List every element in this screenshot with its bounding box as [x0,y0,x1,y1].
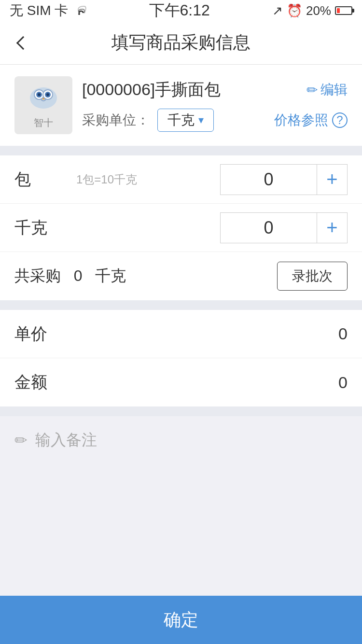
product-name-row: [0000006]手撕面包 ✏ 编辑 [82,79,348,101]
kg-input-row: 千克 + [0,204,362,252]
price-ref-button[interactable]: 价格参照 ? [274,111,348,129]
product-card: 智十 [0000006]手撕面包 ✏ 编辑 采购单位： 千克 ▾ 价格参照 [0,65,362,146]
confirm-button[interactable]: 确定 [0,596,362,644]
back-button[interactable] [0,21,39,65]
unit-dropdown[interactable]: 千克 ▾ [157,109,214,132]
kg-input-controls: + [220,212,348,243]
edit-button[interactable]: ✏ 编辑 [306,81,348,99]
status-right: ↗ ⏰ 20% [272,3,352,18]
kg-label: 千克 [14,217,72,239]
product-logo: 智十 [27,81,60,129]
total-text: 共采购 0 千克 [14,266,126,287]
remarks-section[interactable]: ✏ 输入备注 [0,416,362,464]
status-bar: 无 SIM 卡 下午6:12 ↗ ⏰ 20% [0,0,362,21]
edit-label: 编辑 [320,81,348,99]
wifi-icon [72,3,86,18]
unit-price-label: 单价 [14,323,47,345]
owl-icon [27,81,60,114]
kg-plus-button[interactable]: + [317,212,348,243]
amount-row: 金额 0 [0,358,362,406]
amount-value: 0 [338,373,348,392]
bag-input-row: 包 1包=10千克 + [0,155,362,204]
location-icon: ↗ [272,3,283,18]
pencil-icon: ✏ [14,431,28,449]
product-info: [0000006]手撕面包 ✏ 编辑 采购单位： 千克 ▾ 价格参照 ? [82,79,348,132]
dropdown-arrow-icon: ▾ [198,114,204,126]
remarks-placeholder: 输入备注 [35,430,97,451]
bag-input-controls: + [220,164,348,195]
product-name: [0000006]手撕面包 [82,79,221,101]
carrier-text: 无 SIM 卡 [10,1,68,20]
svg-point-0 [78,13,80,15]
section-divider-1 [0,146,362,155]
time-display: 下午6:12 [149,0,210,21]
alarm-icon: ⏰ [287,3,302,18]
bag-plus-button[interactable]: + [317,164,348,195]
nav-bar: 填写商品采购信息 [0,21,362,65]
total-unit: 千克 [95,267,126,284]
amount-label: 金额 [14,371,47,393]
price-section: 单价 0 金额 0 [0,310,362,406]
input-section: 包 1包=10千克 + 千克 + [0,155,362,252]
total-label: 共采购 [14,267,61,284]
section-divider-2 [0,300,362,310]
section-divider-3 [0,406,362,416]
bag-label: 包 [14,168,72,191]
unit-price-value: 0 [338,324,348,343]
total-row: 共采购 0 千克 录批次 [0,252,362,300]
back-arrow-icon [16,36,30,49]
price-ref-label: 价格参照 [274,111,328,129]
product-image: 智十 [14,76,72,134]
battery-icon [335,6,352,15]
record-batch-button[interactable]: 录批次 [277,262,348,291]
edit-icon: ✏ [306,82,318,98]
purchase-unit-row: 采购单位： 千克 ▾ 价格参照 ? [82,109,348,132]
unit-price-row: 单价 0 [0,310,362,358]
status-left: 无 SIM 卡 [10,1,86,20]
total-value: 0 [74,267,83,284]
unit-value: 千克 [167,111,195,129]
logo-text: 智十 [34,116,53,129]
page-title: 填写商品采购信息 [111,31,251,55]
svg-point-6 [38,93,41,96]
kg-quantity-input[interactable] [220,212,317,243]
purchase-unit-label: 采购单位： [82,111,150,129]
bag-quantity-input[interactable] [220,164,317,195]
price-ref-help-icon: ? [332,112,348,128]
bag-sublabel: 1包=10千克 [76,172,137,187]
battery-percent: 20% [306,3,331,18]
svg-point-7 [46,93,49,96]
